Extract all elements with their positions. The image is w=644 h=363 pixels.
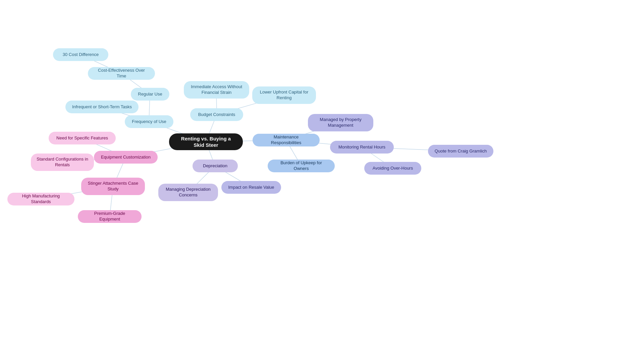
burden-of-upkeep-node[interactable]: Burden of Upkeep for Owners (268, 160, 335, 172)
premium-grade-node[interactable]: Premium-Grade Equipment (78, 210, 142, 223)
frequency-of-use-node[interactable]: Frequency of Use (125, 115, 173, 128)
infrequent-tasks-node[interactable]: Infrequent or Short-Term Tasks (65, 101, 139, 113)
monitoring-rental-hours-node[interactable]: Monitoring Rental Hours (330, 141, 394, 154)
regular-use-node[interactable]: Regular Use (131, 88, 169, 101)
managing-depreciation-node[interactable]: Managing Depreciation Concerns (158, 184, 218, 201)
impact-resale-node[interactable]: Impact on Resale Value (221, 181, 281, 194)
need-specific-features-node[interactable]: Need for Specific Features (49, 132, 116, 144)
avoiding-over-hours-node[interactable]: Avoiding Over-Hours (364, 162, 421, 175)
cost-effectiveness-node[interactable]: Cost-Effectiveness Over Time (88, 67, 155, 80)
center-node[interactable]: Renting vs. Buying a Skid Steer (169, 133, 243, 150)
immediate-access-node[interactable]: Immediate Access Without Financial Strai… (184, 81, 249, 99)
cost-difference-node[interactable]: 30 Cost Difference (53, 48, 108, 61)
high-manufacturing-node[interactable]: High Manufacturing Standards (7, 193, 74, 205)
quote-craig-node[interactable]: Quote from Craig Gramlich (428, 145, 493, 158)
equipment-customization-node[interactable]: Equipment Customization (94, 151, 158, 164)
depreciation-node[interactable]: Depreciation (193, 160, 238, 172)
standard-configurations-node[interactable]: Standard Configurations in Rentals (31, 154, 94, 171)
managed-by-property-node[interactable]: Managed by Property Management (308, 114, 373, 131)
stinger-attachments-node[interactable]: Stinger Attachments Case Study (81, 178, 145, 195)
maintenance-responsibilities-node[interactable]: Maintenance Responsibilities (253, 134, 320, 146)
lower-upfront-node[interactable]: Lower Upfront Capital for Renting (252, 86, 316, 104)
budget-constraints-node[interactable]: Budget Constraints (190, 108, 243, 121)
